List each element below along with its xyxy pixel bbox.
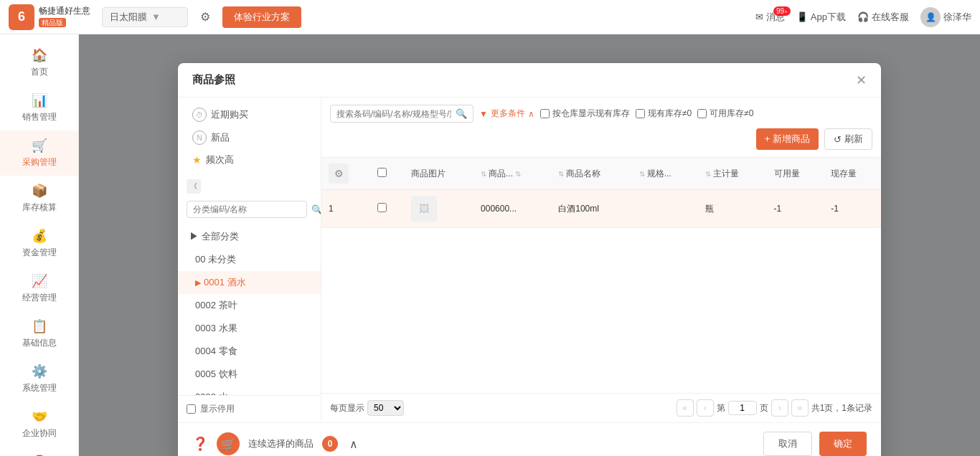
first-page-btn[interactable]: « (677, 399, 694, 417)
sidebar-label-finance: 资金管理 (22, 247, 57, 259)
logo-text: 畅捷通好生意 精品版 (39, 6, 90, 28)
cell-spec (632, 190, 699, 228)
sidebar-item-finance[interactable]: 💰 资金管理 (0, 221, 78, 266)
header: 6 畅捷通好生意 精品版 日太阳膜 ▼ ⚙ 体验行业方案 ✉ 消息 99+ 📱 … (0, 0, 980, 34)
selected-count-badge: 0 (322, 436, 338, 452)
cat-all-label: ▶ 全部分类 (189, 230, 239, 243)
refresh-button[interactable]: ↺ 刷新 (824, 128, 872, 150)
cart-icon[interactable]: 🛒 (217, 432, 240, 455)
trial-button[interactable]: 体验行业方案 (222, 6, 301, 28)
modal-title: 商品参照 (192, 73, 235, 87)
th-unit: ⇅ 主计量 (698, 158, 766, 190)
recent-purchase-item[interactable]: ⏱ 近期购买 (187, 103, 312, 126)
cell-code: 000600... (473, 190, 551, 228)
display-disabled-checkbox[interactable] (187, 404, 196, 414)
cat-drink[interactable]: 0005 饮料 (178, 363, 321, 386)
cancel-button[interactable]: 取消 (763, 432, 812, 456)
page-input[interactable] (728, 401, 757, 415)
sidebar-item-home[interactable]: 🏠 首页 (0, 40, 78, 85)
usable-stock-checkbox[interactable] (697, 109, 707, 118)
display-disabled-label: 显示停用 (200, 403, 235, 415)
table-settings-icon[interactable]: ⚙ (329, 163, 349, 184)
available-stock-checkbox[interactable] (636, 109, 645, 118)
sidebar-label-operation: 经营管理 (22, 292, 57, 304)
app-download-btn[interactable]: 📱 App下载 (796, 11, 846, 24)
page-size-dropdown[interactable]: 50 100 200 (367, 400, 404, 416)
available-stock-label: 现有库存≠0 (648, 108, 692, 120)
collapse-up-icon[interactable]: ∧ (349, 437, 358, 451)
add-product-button[interactable]: + 新增商品 (756, 128, 819, 150)
sidebar-label-home: 首页 (31, 66, 48, 78)
cell-stock: -1 (824, 190, 881, 228)
category-divider: 《 (178, 176, 321, 196)
cat-snack[interactable]: 0004 零食 (178, 340, 321, 363)
sort-icon: ⇅ (481, 170, 486, 178)
sidebar-item-operation[interactable]: 📈 经营管理 (0, 266, 78, 311)
sort-icon-unit: ⇅ (705, 170, 711, 178)
sales-icon: 📊 (32, 92, 47, 108)
th-name-label: 商品名称 (566, 168, 600, 180)
pagination-controls: « ‹ 第 页 › » 共1页，1条记录 (677, 399, 872, 417)
recent-label: 近期购买 (211, 108, 248, 121)
category-search: 🔍 (178, 196, 321, 222)
th-available: 可用量 (767, 158, 824, 190)
sidebar-item-sales[interactable]: 📊 销售管理 (0, 85, 78, 130)
page-label: 页 (760, 402, 768, 414)
store-selector[interactable]: 日太阳膜 ▼ (102, 7, 188, 27)
new-item[interactable]: N 新品 (187, 126, 312, 149)
cat-alcohol[interactable]: ▶ 0001 酒水 (178, 271, 321, 294)
online-service-btn[interactable]: 🎧 在线客服 (857, 11, 909, 24)
user-info[interactable]: 👤 徐泽华 (920, 7, 971, 27)
filter-label: 更多条件 (491, 108, 525, 120)
message-btn[interactable]: ✉ 消息 99+ (755, 11, 785, 24)
confirm-button[interactable]: 确定 (819, 432, 867, 456)
cat-fruit[interactable]: 0003 水果 (178, 317, 321, 340)
sort-icon-2: ⇅ (515, 170, 521, 178)
sidebar-item-guide[interactable]: 🎯 新手引导 (0, 447, 78, 456)
checkbox-available-stock[interactable]: 现有库存≠0 (636, 108, 692, 120)
sidebar-item-stock[interactable]: 📦 库存核算 (0, 176, 78, 221)
sidebar-item-basic[interactable]: 📋 基础信息 (0, 311, 78, 356)
next-page-btn[interactable]: › (771, 399, 788, 417)
more-filter-btn[interactable]: ▼ 更多条件 ∧ (479, 108, 534, 120)
avatar: 👤 (920, 7, 941, 27)
main-layout: 🏠 首页 📊 销售管理 🛒 采购管理 📦 库存核算 💰 资金管理 📈 经营管理 … (0, 34, 980, 456)
warehouse-checkbox[interactable] (540, 109, 550, 118)
product-search-box[interactable]: 🔍 (330, 105, 473, 123)
sidebar-item-collab[interactable]: 🤝 企业协同 (0, 402, 78, 447)
cat-snack-label: 0004 零食 (195, 345, 237, 358)
cat-water[interactable]: 0008 水 (178, 386, 321, 395)
page-size-label: 每页显示 (330, 402, 364, 414)
sidebar: 🏠 首页 📊 销售管理 🛒 采购管理 📦 库存核算 💰 资金管理 📈 经营管理 … (0, 34, 79, 456)
search-icon[interactable]: 🔍 (456, 108, 467, 119)
cell-checkbox (370, 190, 404, 228)
search-icon[interactable]: 🔍 (311, 204, 321, 215)
cat-tea[interactable]: 0002 茶叶 (178, 294, 321, 317)
sidebar-label-stock: 库存核算 (22, 201, 57, 214)
sidebar-item-purchase[interactable]: 🛒 采购管理 (0, 130, 78, 176)
prev-page-btn[interactable]: ‹ (697, 399, 714, 417)
collab-icon: 🤝 (32, 409, 47, 424)
cat-uncategorized[interactable]: 00 未分类 (178, 248, 321, 271)
last-page-btn[interactable]: » (791, 399, 809, 417)
th-stock-label: 现存量 (831, 168, 857, 179)
basic-icon: 📋 (32, 318, 47, 334)
product-search-input[interactable] (336, 109, 451, 119)
collapse-icon[interactable]: 《 (187, 179, 201, 194)
page-info: 共1页，1条记录 (811, 402, 872, 414)
warehouse-label: 按仓库显示现有库存 (552, 108, 630, 120)
row-checkbox[interactable] (377, 203, 387, 212)
category-search-input[interactable] (187, 201, 307, 218)
select-all-checkbox[interactable] (377, 168, 387, 177)
settings-icon[interactable]: ⚙ (194, 6, 217, 29)
sidebar-item-system[interactable]: ⚙️ 系统管理 (0, 356, 78, 402)
checkbox-usable-stock[interactable]: 可用库存≠0 (697, 108, 753, 120)
frequent-item[interactable]: ★ 频次高 (187, 149, 312, 171)
message-icon: ✉ (755, 11, 763, 22)
close-icon[interactable]: ✕ (856, 74, 867, 87)
cat-all[interactable]: ▶ 全部分类 (178, 225, 321, 248)
table-row[interactable]: 1 🖼 000600... 白酒100ml (321, 190, 881, 228)
checkbox-warehouse[interactable]: 按仓库显示现有库存 (540, 108, 630, 120)
cell-unit: 瓶 (698, 190, 766, 228)
help-icon[interactable]: ❓ (192, 436, 208, 452)
